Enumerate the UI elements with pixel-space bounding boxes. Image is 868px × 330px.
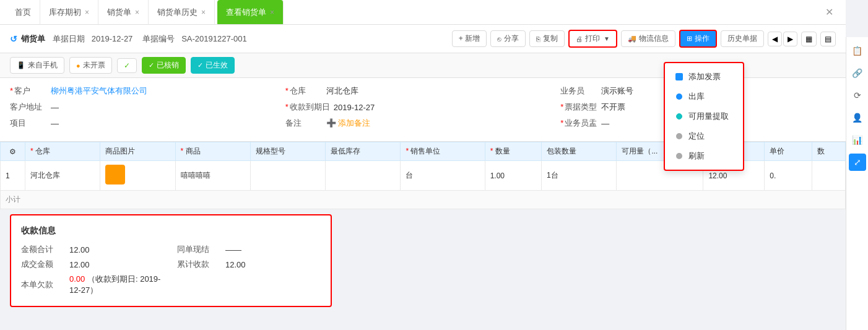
invoice-label: 票据类型 [560, 102, 597, 113]
sidebar-icon-2[interactable]: 🔗 [849, 64, 866, 82]
payment-title: 收款信息 [21, 225, 321, 237]
warehouse-value: 河北仓库 [326, 85, 358, 97]
project-field: 项目 — [10, 118, 285, 129]
row-index: 1 [1, 161, 25, 191]
staff-label: 业务员 [560, 85, 597, 97]
doc-no-label: 单据编号 SA-20191227-001 [142, 33, 246, 45]
prev-button[interactable]: ◀ [768, 32, 782, 46]
dropdown-locate[interactable]: 定位 [665, 126, 743, 146]
project-value: — [51, 119, 59, 128]
row-qty: 1.00 [485, 161, 541, 191]
transaction-amount-item: 成交金额 12.00 [21, 259, 165, 270]
sidebar-icon-3[interactable]: ⟳ [849, 87, 866, 104]
dropdown-refresh[interactable]: 刷新 [665, 146, 743, 166]
row-min-stock [326, 161, 401, 191]
tab-home[interactable]: 首页 [6, 0, 40, 24]
right-sidebar: 📋 🔗 ⟳ 👤 📊 ⤢ [846, 37, 868, 312]
share-button[interactable]: ⎋ 分享 [490, 30, 526, 47]
sidebar-icon-4[interactable]: 👤 [849, 109, 866, 126]
unit-col-header: * 销售单位 [401, 142, 485, 161]
payment-section: 收款信息 金额合计 12.00 同单现结 —— 成交金额 12.00 累计收款 … [10, 214, 332, 307]
tab-close-sales-history[interactable]: × [201, 8, 206, 17]
customer-value[interactable]: 柳州粤港平安气体有限公司 [51, 85, 147, 97]
sidebar-icon-1[interactable]: 📋 [849, 42, 866, 59]
amount-col-header: 数 [812, 142, 845, 161]
tab-close-inventory-init[interactable]: × [85, 8, 89, 17]
product-col-header: * 商品 [175, 142, 250, 161]
tab-inventory-init[interactable]: 库存期初 × [40, 0, 98, 24]
row-warehouse: 河北仓库 [25, 161, 100, 191]
nav-arrows: ◀ ▶ [768, 32, 797, 46]
transaction-amount-value: 12.00 [69, 260, 90, 269]
same-order-settle-item: 同单现结 —— [177, 244, 321, 255]
customer-field: 客户 柳州粤港平安气体有限公司 [10, 85, 285, 97]
row-amount [812, 161, 845, 191]
from-phone-button[interactable]: 📱 来自手机 [10, 57, 64, 74]
warehouse-label: 仓库 [285, 85, 323, 97]
this-order-due-value: 0.00 （收款到期日: 2019-12-27） [69, 274, 165, 296]
cancelled-button[interactable]: ✓ 已核销 [142, 57, 186, 74]
pkg-qty-col-header: 包装数量 [542, 142, 617, 161]
row-pkg-qty: 1台 [542, 161, 617, 191]
next-button[interactable]: ▶ [783, 32, 797, 46]
dropdown-add-invoice[interactable]: 添加发票 [665, 67, 743, 87]
print-button[interactable]: 🖨 打印 ▼ [568, 30, 617, 48]
customer-label: 客户 [10, 85, 47, 97]
add-invoice-icon [675, 72, 684, 81]
payment-grid: 金额合计 12.00 同单现结 —— 成交金额 12.00 累计收款 12.00… [21, 244, 321, 296]
total-amount-label: 金额合计 [21, 244, 64, 255]
transaction-amount-label: 成交金额 [21, 259, 64, 270]
sidebar-icon-6[interactable]: ⤢ [849, 154, 866, 171]
dropdown-menu: 添加发票 出库 可用量提取 定位 刷新 [664, 62, 744, 171]
subtotal-row: 小计 [1, 191, 846, 209]
tab-sales-order[interactable]: 销货单 × [98, 0, 149, 24]
warehouse-field: 仓库 河北仓库 [285, 85, 561, 97]
check-button[interactable]: ✓ [117, 58, 137, 73]
copy-button[interactable]: ⎘ 复制 [529, 30, 565, 47]
dropdown-available-extract[interactable]: 可用量提取 [665, 106, 743, 126]
tab-bar: 首页 库存期初 × 销货单 × 销货单历史 × 查看销货单 × ✕ [0, 0, 846, 25]
tab-view-sales-order[interactable]: 查看销货单 × [217, 0, 284, 24]
project-label: 项目 [10, 118, 47, 129]
remark-label: 备注 [285, 118, 323, 129]
total-amount-item: 金额合计 12.00 [21, 244, 165, 255]
price-col-header: 单价 [765, 142, 812, 161]
row-product: 嘻嘻嘻嘻 [175, 161, 250, 191]
doc-type-icon: ↺ [10, 34, 17, 44]
operate-button[interactable]: ⊞ 操作 [679, 30, 717, 48]
logistics-button[interactable]: 🚚 物流信息 [621, 30, 675, 47]
this-order-due-label: 本单欠款 [21, 279, 64, 290]
tab-sales-history[interactable]: 销货单历史 × [149, 0, 215, 24]
min-stock-col-header: 最低库存 [326, 142, 401, 161]
due-date-value: 2019-12-27 [334, 103, 375, 112]
cumulative-receipt-label: 累计收款 [177, 259, 220, 270]
row-price: 0. [765, 161, 812, 191]
effective-button[interactable]: ✓ 已生效 [191, 57, 235, 74]
row-spec [250, 161, 325, 191]
total-amount-value: 12.00 [69, 245, 90, 254]
spec-col-header: 规格型号 [250, 142, 325, 161]
not-opened-button[interactable]: ● 未开票 [69, 57, 112, 74]
remark-field: 备注 ➕ 添加备注 [285, 118, 561, 129]
sidebar-icon-5[interactable]: 📊 [849, 131, 866, 149]
global-close-button[interactable]: ✕ [819, 6, 840, 18]
address-label: 客户地址 [10, 102, 47, 113]
doc-title: ↺ 销货单 [10, 33, 45, 45]
invoice-value: 不开票 [601, 102, 625, 113]
new-button[interactable]: + 新增 [452, 30, 487, 47]
doc-actions: + 新增 ⎋ 分享 ⎘ 复制 🖨 打印 ▼ 🚚 物流信息 ⊞ 操作 [452, 30, 836, 48]
check-icon: ✓ [124, 61, 130, 70]
salesperson-value: — [601, 119, 609, 128]
tab-close-sales-order[interactable]: × [135, 8, 139, 17]
view-grid2-button[interactable]: ▤ [820, 32, 836, 46]
address-value: — [51, 103, 59, 112]
history-button[interactable]: 历史单据 [721, 30, 764, 47]
tab-close-view-sales-order[interactable]: × [270, 8, 274, 17]
refresh-icon [675, 152, 684, 160]
doc-date-label: 单据日期 2019-12-27 [53, 33, 132, 45]
view-grid1-button[interactable]: ▦ [801, 32, 817, 46]
dropdown-outbound[interactable]: 出库 [665, 87, 743, 106]
add-remark-button[interactable]: ➕ 添加备注 [326, 118, 371, 129]
doc-type-label: 销货单 [21, 33, 45, 45]
same-order-settle-label: 同单现结 [177, 244, 220, 255]
